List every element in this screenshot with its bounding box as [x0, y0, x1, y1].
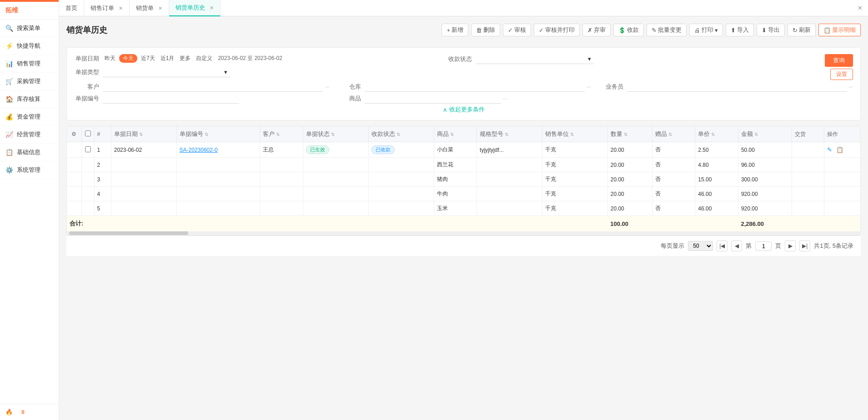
- sidebar-item-sales[interactable]: 📊 销售管理: [0, 55, 59, 73]
- row-payment-status: 已收款: [368, 142, 434, 158]
- tab-sales-invoice[interactable]: 销货单 ✕: [130, 0, 169, 16]
- query-button[interactable]: 查询: [825, 54, 853, 67]
- row-check[interactable]: [81, 187, 94, 201]
- scrollbar-thumb[interactable]: [69, 231, 188, 235]
- refresh-button[interactable]: ↻ 刷新: [788, 24, 816, 36]
- collect-payment-button[interactable]: 💲 收款: [613, 24, 644, 36]
- edit-row-button[interactable]: ✎: [827, 146, 832, 153]
- row-unit: 千克: [542, 172, 607, 187]
- th-unit[interactable]: 销售单位⇅: [542, 126, 607, 142]
- print-button[interactable]: 🖨 打印 ▾: [689, 24, 723, 36]
- warehouse-input[interactable]: [365, 82, 585, 92]
- row-product: 牛肉: [434, 187, 477, 201]
- tab-history[interactable]: 销货单历史 ✕: [169, 0, 221, 16]
- next-page-button[interactable]: ▶: [785, 240, 796, 251]
- row-docno[interactable]: SA-20230602-0: [176, 142, 260, 158]
- audit-print-button[interactable]: ✓ 审核并打印: [534, 24, 580, 36]
- th-date[interactable]: 单据日期⇅: [111, 126, 176, 142]
- first-page-button[interactable]: |◀: [717, 240, 728, 251]
- staff-input[interactable]: [627, 82, 847, 92]
- select-all-checkbox[interactable]: [85, 130, 91, 136]
- th-gear[interactable]: ⚙: [67, 126, 81, 142]
- pause-icon[interactable]: ⏸: [20, 409, 26, 415]
- sidebar-item-finance[interactable]: 💰 资金管理: [0, 108, 59, 126]
- row-check[interactable]: [81, 158, 94, 172]
- sidebar-item-operations[interactable]: 📈 经营管理: [0, 126, 59, 144]
- copy-row-button[interactable]: 📋: [836, 146, 843, 153]
- docno-input[interactable]: [103, 94, 239, 104]
- sidebar-item-search[interactable]: 🔍 搜索菜单: [0, 20, 59, 37]
- table-row: 5 玉米 千克 20.00 否 46.00 920.00: [67, 201, 860, 216]
- show-detail-button[interactable]: 📋 显示明细: [818, 24, 861, 36]
- row-checkbox[interactable]: [85, 146, 91, 152]
- product-input[interactable]: [365, 94, 501, 104]
- sidebar-item-basicinfo[interactable]: 📋 基础信息: [0, 144, 59, 161]
- customer-dots[interactable]: ···: [325, 84, 329, 90]
- shortcut-1month[interactable]: 近1月: [159, 54, 176, 63]
- doc-type-select[interactable]: ▾: [103, 67, 230, 77]
- shortcut-more[interactable]: 更多: [178, 54, 192, 63]
- sidebar-item-inventory[interactable]: 🏠 库存核算: [0, 90, 59, 108]
- th-qty[interactable]: 数量⇅: [607, 126, 652, 142]
- tab-sales-invoice-label: 销货单: [136, 0, 154, 16]
- row-check[interactable]: [81, 201, 94, 216]
- per-page-select[interactable]: 50 100 200: [688, 241, 713, 251]
- export-button[interactable]: ⬇ 导出: [757, 24, 785, 36]
- row-check[interactable]: [81, 142, 94, 158]
- row-qty: 20.00: [607, 172, 652, 187]
- sidebar-item-purchase[interactable]: 🛒 采购管理: [0, 73, 59, 90]
- th-no: #: [94, 126, 111, 142]
- tab-home[interactable]: 首页: [59, 0, 84, 16]
- delete-button[interactable]: 🗑 删除: [471, 24, 500, 36]
- collapse-button[interactable]: ∧ 收起更多条件: [74, 104, 853, 114]
- th-gift[interactable]: 赠品⇅: [652, 126, 695, 142]
- prev-page-button[interactable]: ◀: [731, 240, 742, 251]
- tab-bar-close-all[interactable]: ✕: [852, 5, 868, 11]
- shortcut-yesterday[interactable]: 昨天: [103, 54, 117, 63]
- tab-history-label: 销货单历史: [176, 0, 205, 16]
- tab-sales-order[interactable]: 销售订单 ✕: [84, 0, 130, 16]
- audit-button[interactable]: ✓ 审核: [503, 24, 531, 36]
- row-customer: [260, 187, 303, 201]
- page-number-input[interactable]: 1: [755, 241, 772, 251]
- sidebar-item-quicknav[interactable]: ⚡ 快捷导航: [0, 37, 59, 55]
- row-gift: 否: [652, 158, 695, 172]
- horizontal-scrollbar[interactable]: [67, 231, 860, 235]
- row-spec: tyjyjtyjdf...: [477, 142, 542, 158]
- th-check[interactable]: [81, 126, 94, 142]
- last-page-button[interactable]: ▶|: [799, 240, 810, 251]
- th-price[interactable]: 单价⇅: [695, 126, 738, 142]
- payment-status-select[interactable]: ▾: [476, 54, 594, 64]
- tab-sales-invoice-close[interactable]: ✕: [158, 0, 162, 16]
- th-payment-status[interactable]: 收款状态⇅: [368, 126, 434, 142]
- import-button[interactable]: ⬆ 导入: [726, 24, 754, 36]
- reject-button[interactable]: ✗ 弃审: [582, 24, 611, 36]
- th-docno[interactable]: 单据编号⇅: [176, 126, 260, 142]
- th-doc-status[interactable]: 单据状态⇅: [303, 126, 368, 142]
- row-trade: [792, 201, 824, 216]
- shortcut-7days[interactable]: 近7天: [139, 54, 157, 63]
- product-dots[interactable]: ···: [503, 96, 507, 101]
- customer-input[interactable]: [103, 82, 323, 92]
- shortcut-today[interactable]: 今天: [119, 54, 137, 63]
- filter-product: 商品 ···: [336, 94, 591, 104]
- fire-icon[interactable]: 🔥: [5, 409, 13, 415]
- th-product[interactable]: 商品⇅: [434, 126, 477, 142]
- row-action: [824, 158, 860, 172]
- staff-dots[interactable]: ···: [849, 84, 853, 90]
- new-button[interactable]: + 新增: [442, 24, 468, 36]
- row-action: ✎ 📋: [824, 142, 860, 158]
- warehouse-dots[interactable]: ···: [587, 84, 591, 90]
- shortcut-custom[interactable]: 自定义: [194, 54, 214, 63]
- setup-button[interactable]: 设置: [830, 69, 853, 80]
- tab-history-close[interactable]: ✕: [210, 0, 214, 16]
- th-amount[interactable]: 金额⇅: [738, 126, 792, 142]
- th-spec[interactable]: 规格型号⇅: [477, 126, 542, 142]
- tab-sales-order-close[interactable]: ✕: [119, 0, 123, 16]
- row-check[interactable]: [81, 172, 94, 187]
- row-price: 15.00: [695, 172, 738, 187]
- batch-change-button[interactable]: ✎ 批量变更: [647, 24, 687, 36]
- th-customer[interactable]: 客户⇅: [260, 126, 303, 142]
- tab-sales-order-label: 销售订单: [90, 0, 114, 16]
- sidebar-item-system[interactable]: ⚙️ 系统管理: [0, 161, 59, 179]
